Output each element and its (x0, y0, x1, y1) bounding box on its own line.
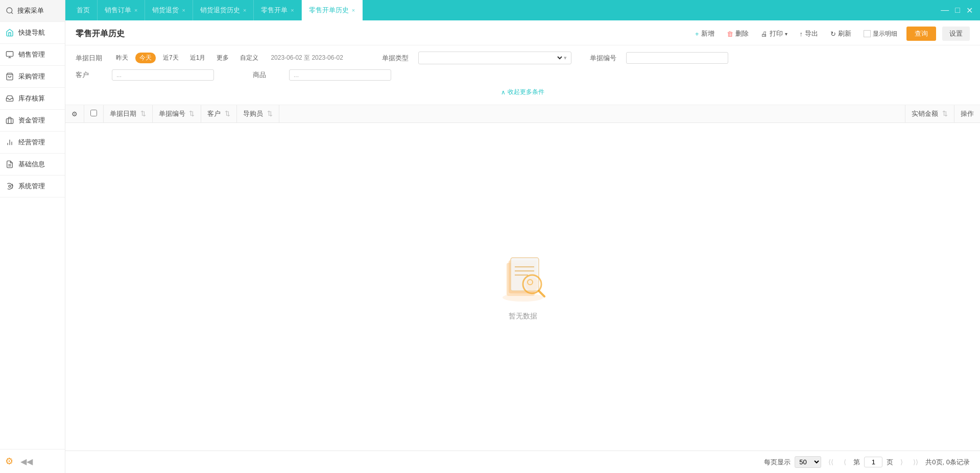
add-button[interactable]: + 新增 (692, 27, 718, 40)
per-page-select[interactable]: 50 10 20 100 (795, 456, 821, 468)
sys-icon (5, 182, 14, 191)
settings-label: 设置 (949, 29, 963, 38)
sidebar-item-ops-mgmt[interactable]: 经营管理 (0, 132, 65, 154)
last-page-btn[interactable]: ⟩⟩ (910, 457, 921, 467)
doc-type-select-input[interactable] (423, 54, 564, 62)
settings-icon[interactable]: ⚙ (5, 456, 13, 467)
current-page-input[interactable] (864, 457, 882, 467)
table-container: ⚙ 单据日期 ⇅ 单据编号 ⇅ (65, 105, 980, 451)
settings-button[interactable]: 设置 (942, 27, 970, 41)
sidebar-item-purchase-mgmt[interactable]: 采购管理 (0, 66, 65, 88)
sidebar-item-quick-nav[interactable]: 快捷导航 (0, 22, 65, 44)
th-settings[interactable]: ⚙ (65, 105, 84, 123)
first-page-btn[interactable]: ⟨⟨ (825, 457, 836, 467)
refresh-button[interactable]: ↻ 刷新 (827, 27, 854, 40)
tab-sales-return-label: 销货退货 (152, 6, 179, 15)
doc-no-input-wrap (626, 52, 728, 64)
export-label: 导出 (805, 29, 818, 38)
next-page-btn[interactable]: ⟩ (897, 457, 906, 467)
query-button[interactable]: 查询 (906, 27, 936, 41)
th-salesperson-label: 导购员 (243, 110, 263, 117)
th-doc-date-label: 单据日期 (110, 110, 136, 117)
sort-icon: ⇅ (267, 110, 273, 117)
tab-sales-order-close[interactable]: × (134, 7, 137, 13)
close-btn[interactable]: ✕ (966, 6, 973, 15)
collapse-icon: ∧ (501, 89, 506, 96)
query-label: 查询 (915, 29, 928, 38)
main-content: 首页 销售订单 × 销货退货 × 销货退货历史 × 零售开单 × 零售开单历史 … (65, 0, 980, 473)
display-detail-button[interactable]: 显示明细 (861, 28, 900, 40)
th-checkbox[interactable] (84, 105, 104, 123)
date-btn-yesterday[interactable]: 昨天 (112, 53, 132, 63)
select-all-checkbox[interactable] (90, 110, 97, 116)
print-button[interactable]: 🖨 打印 ▾ (758, 27, 791, 40)
customer-filter-input[interactable]: ... (112, 69, 214, 81)
th-action-label: 操作 (961, 110, 974, 117)
tab-retail-open-history-label: 零售开单历史 (309, 6, 349, 15)
tab-sales-return-close[interactable]: × (182, 7, 185, 13)
collapse-bar[interactable]: ∧ 收起更多条件 (76, 86, 970, 98)
sidebar-item-finance[interactable]: 资金管理 (0, 110, 65, 132)
page-header: 零售开单历史 + 新增 🗑 删除 🖨 打印 ▾ ↑ 导出 (65, 20, 980, 45)
th-salesperson[interactable]: 导购员 ⇅ (236, 105, 279, 123)
tab-sales-order[interactable]: 销售订单 × (98, 0, 145, 20)
th-doc-date[interactable]: 单据日期 ⇅ (104, 105, 153, 123)
tab-retail-open-close[interactable]: × (291, 7, 294, 13)
sidebar-item-sales-mgmt[interactable]: 销售管理 (0, 44, 65, 66)
tab-retail-open[interactable]: 零售开单 × (254, 0, 301, 20)
th-actual-amount[interactable]: 实销金额 ⇅ (905, 105, 954, 123)
refresh-label: 刷新 (838, 29, 851, 38)
tab-retail-open-label: 零售开单 (261, 6, 288, 15)
table-header-row: ⚙ 单据日期 ⇅ 单据编号 ⇅ (65, 105, 980, 123)
display-detail-checkbox[interactable] (864, 30, 871, 37)
sidebar-item-inventory[interactable]: 库存核算 (0, 88, 65, 110)
sidebar-item-label: 快捷导航 (18, 28, 45, 37)
tab-retail-open-history-close[interactable]: × (352, 7, 355, 13)
svg-point-0 (7, 8, 12, 13)
print-label: 打印 (770, 29, 783, 38)
tab-sales-return[interactable]: 销货退货 × (145, 0, 193, 20)
inventory-icon (5, 94, 14, 103)
tab-sales-return-history[interactable]: 销货退货历史 × (193, 0, 254, 20)
th-spacer (279, 105, 905, 123)
export-button[interactable]: ↑ 导出 (797, 27, 822, 40)
svg-line-1 (11, 12, 13, 14)
sidebar-item-basic-info[interactable]: 基础信息 (0, 154, 65, 176)
th-customer[interactable]: 客户 ⇅ (201, 105, 237, 123)
date-btn-more[interactable]: 更多 (212, 53, 233, 63)
th-doc-no[interactable]: 单据编号 ⇅ (152, 105, 201, 123)
date-btn-today[interactable]: 今天 (135, 53, 156, 63)
date-btn-7days[interactable]: 近7天 (159, 53, 183, 63)
sales-icon (5, 50, 14, 59)
finance-icon (5, 116, 14, 125)
sidebar-search[interactable]: 搜索采单 (0, 0, 65, 22)
delete-button[interactable]: 🗑 删除 (724, 27, 752, 40)
data-table: ⚙ 单据日期 ⇅ 单据编号 ⇅ (65, 105, 980, 123)
maximize-btn[interactable]: □ (955, 6, 960, 15)
print-arrow: ▾ (785, 31, 787, 37)
page-suffix: 页 (887, 458, 893, 467)
sidebar-item-sys-mgmt[interactable]: 系统管理 (0, 176, 65, 197)
sidebar-item-label: 系统管理 (18, 182, 45, 191)
date-btn-1month[interactable]: 近1月 (186, 53, 210, 63)
minimize-btn[interactable]: — (941, 6, 949, 15)
doc-type-filter-label: 单据类型 (382, 54, 410, 63)
collapse-label: 收起更多条件 (508, 88, 544, 96)
doc-no-input[interactable] (631, 54, 724, 62)
tab-home[interactable]: 首页 (69, 0, 98, 20)
empty-text: 暂无数据 (509, 312, 537, 321)
product-filter-input[interactable]: ... (289, 69, 391, 81)
sidebar-item-label: 基础信息 (18, 160, 45, 169)
doc-type-select[interactable]: ▾ (418, 52, 571, 64)
prev-page-btn[interactable]: ⟨ (841, 457, 849, 467)
sidebar-item-label: 库存核算 (18, 94, 45, 103)
collapse-icon[interactable]: ◀◀ (20, 457, 33, 466)
tab-retail-open-history[interactable]: 零售开单历史 × (302, 0, 363, 20)
filter-row-2: 客户 ... 商品 ... (76, 69, 970, 81)
date-btn-custom[interactable]: 自定义 (236, 53, 262, 63)
filter-row-1: 单据日期 昨天 今天 近7天 近1月 更多 自定义 2023-06-02 至 2… (76, 52, 970, 64)
settings-icon: ⚙ (71, 110, 78, 118)
display-detail-label: 显示明细 (873, 30, 897, 38)
tab-sales-return-history-close[interactable]: × (243, 7, 246, 13)
tab-sales-return-history-label: 销货退货历史 (200, 6, 240, 15)
